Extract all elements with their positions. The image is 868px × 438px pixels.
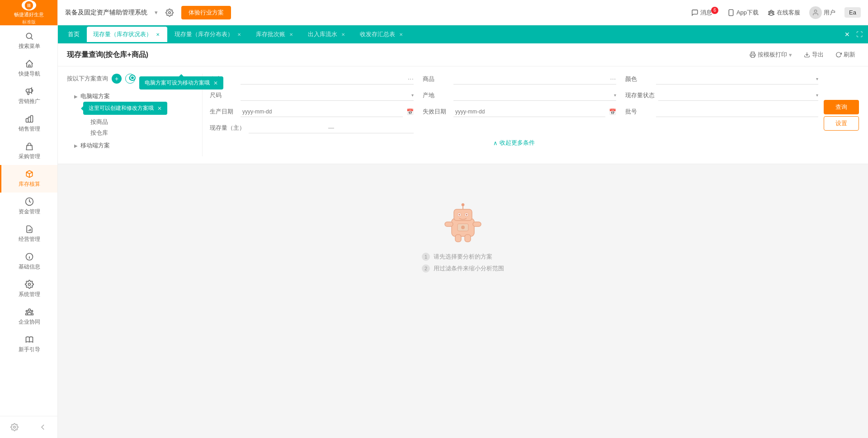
size-select-wrapper[interactable]: ▾: [241, 90, 414, 101]
prod-date-calendar-icon[interactable]: 📅: [406, 108, 414, 115]
export-btn[interactable]: 导出: [800, 49, 827, 61]
print-dropdown-arrow: ▾: [789, 52, 792, 58]
svg-point-4: [14, 426, 16, 429]
app-download-label: App下载: [736, 9, 759, 17]
online-service-btn[interactable]: 在线客服: [768, 9, 800, 17]
sidebar-item-purchase[interactable]: 采购管理: [0, 137, 57, 165]
sidebar-item-guide[interactable]: 新手引导: [0, 330, 57, 358]
sidebar-item-operations[interactable]: 经营管理: [0, 220, 57, 248]
tab-batch-account[interactable]: 库存批次账 ✕: [250, 27, 301, 42]
batch-input[interactable]: [656, 106, 819, 117]
product-input[interactable]: [453, 74, 610, 84]
size-dropdown-arrow[interactable]: ▾: [411, 93, 414, 98]
stock-status-input[interactable]: [658, 90, 816, 100]
print-template-btn[interactable]: 按模板打印 ▾: [746, 49, 796, 61]
tab-inventory-dist[interactable]: 现存量（库存分布表） ✕: [168, 27, 249, 42]
filter-row-stock-qty: 现存量（主） —: [210, 122, 414, 133]
close-all-tabs-btn[interactable]: ✕: [843, 29, 852, 40]
sidebar-item-system[interactable]: 系统管理: [0, 275, 57, 303]
origin-select-wrapper[interactable]: ▾: [453, 90, 616, 101]
scheme-item-warehouse[interactable]: 按仓库: [74, 127, 195, 138]
color-select-wrapper[interactable]: ▾: [656, 74, 819, 85]
sidebar-item-label: 库存核算: [19, 180, 40, 188]
trial-button[interactable]: 体验行业方案: [181, 6, 231, 19]
tab-close-batch-account[interactable]: ✕: [288, 31, 294, 38]
user-menu-btn[interactable]: 用户: [809, 6, 835, 19]
svg-rect-12: [454, 209, 472, 221]
scheme-item-product[interactable]: 按商品: [74, 117, 195, 127]
scheme-group-desktop-header[interactable]: ▶ 电脑端方案: [74, 91, 195, 102]
stock-qty-min-input[interactable]: [249, 122, 326, 133]
sidebar-item-basic-info[interactable]: 基础信息: [0, 248, 57, 275]
color-input[interactable]: [656, 74, 816, 84]
dot-indicator-scheme: [130, 75, 135, 80]
origin-label: 产地: [423, 91, 450, 99]
create-scheme-tooltip-area: 这里可以创建和修改方案哦 ✕: [74, 102, 195, 117]
filter-left-panel: 按以下方案查询 + ↻ ← 电脑方案可设为移动方案哦 ✕: [67, 74, 203, 156]
empty-state: 1 请先选择要分析的方案 2 用过滤条件来缩小分析范围: [58, 164, 868, 309]
app-download-btn[interactable]: App下载: [727, 9, 759, 17]
scheme-group-desktop: ▶ 电脑端方案 这里可以创建和修改方案哦 ✕ 按商品: [74, 91, 195, 138]
collapse-sidebar-btn[interactable]: [37, 421, 49, 433]
refresh-btn-label: 刷新: [844, 51, 855, 59]
sidebar-item-label: 采购管理: [19, 153, 40, 160]
tab-collect-send[interactable]: 收发存汇总表 ✕: [354, 27, 410, 42]
filter-schemes: ▶ 电脑端方案 这里可以创建和修改方案哦 ✕ 按商品: [67, 89, 195, 156]
sidebar-item-sales[interactable]: 销售管理: [0, 110, 57, 137]
tooltip-scheme-popup: 电脑方案可设为移动方案哦 ✕: [139, 76, 223, 89]
scheme-group-mobile-arrow: ▶: [74, 143, 78, 148]
refresh-btn[interactable]: 刷新: [832, 49, 859, 61]
origin-dropdown-arrow[interactable]: ▾: [614, 93, 616, 98]
size-input[interactable]: [241, 90, 411, 100]
sidebar-item-quick-nav[interactable]: 快捷导航: [0, 55, 57, 82]
system-settings-btn[interactable]: [163, 6, 176, 19]
tab-close-inventory-dist[interactable]: ✕: [236, 31, 242, 38]
step-2-text: 用过滤条件来缩小分析范围: [434, 264, 504, 273]
sidebar-item-label: 快捷导航: [19, 70, 40, 78]
svg-rect-6: [729, 9, 733, 15]
sidebar-item-marketing[interactable]: 营销推广: [0, 82, 57, 110]
filter-row-prod-date: 生产日期 📅: [210, 106, 414, 117]
collapse-filter-btn[interactable]: ∧ 收起更多条件: [210, 139, 818, 147]
tooltip-scheme-close[interactable]: ✕: [213, 80, 218, 86]
prod-date-input[interactable]: [241, 107, 403, 117]
exp-date-input[interactable]: [453, 107, 605, 117]
tab-label: 出入库流水: [308, 30, 337, 38]
filter-fields-grid: 仓库 ··· 商品 ···: [210, 74, 818, 133]
stock-qty-max-input[interactable]: [336, 122, 414, 133]
settings-footer-btn[interactable]: [8, 421, 21, 433]
messages-btn[interactable]: 消息 6: [691, 9, 718, 17]
sidebar-item-inventory[interactable]: 库存核算: [0, 165, 57, 193]
search-btn[interactable]: 查询: [824, 100, 859, 114]
reset-btn[interactable]: 设置: [824, 116, 859, 131]
product-more-icon[interactable]: ···: [610, 75, 616, 83]
product-select-wrapper[interactable]: ···: [453, 74, 616, 85]
sidebar-item-label: 营销推广: [19, 98, 40, 105]
warehouse-input[interactable]: [241, 74, 408, 84]
expand-tabs-btn[interactable]: ⛶: [854, 29, 864, 40]
size-label: 尺码: [210, 91, 237, 99]
tab-close-inventory-status[interactable]: ✕: [155, 31, 161, 38]
tab-close-collect-send[interactable]: ✕: [398, 31, 404, 38]
empty-steps: 1 请先选择要分析的方案 2 用过滤条件来缩小分析范围: [422, 253, 504, 273]
tab-home-label: 首页: [68, 30, 80, 38]
sidebar-item-search-menu[interactable]: 搜索菜单: [0, 27, 57, 55]
sidebar-item-finance[interactable]: 资金管理: [0, 193, 57, 220]
warehouse-select-wrapper[interactable]: ···: [241, 74, 414, 85]
add-scheme-btn[interactable]: +: [112, 74, 122, 84]
tab-close-in-out-flow[interactable]: ✕: [340, 31, 346, 38]
exp-date-calendar-icon[interactable]: 📅: [609, 108, 616, 115]
scheme-group-mobile-header[interactable]: ▶ 移动端方案: [74, 140, 195, 151]
user-ea-btn[interactable]: Ea: [844, 7, 861, 18]
tab-home[interactable]: 首页: [61, 27, 86, 42]
product-label: 商品: [423, 75, 450, 83]
tooltip-create-close[interactable]: ✕: [157, 105, 162, 112]
scheme-group-mobile: ▶ 移动端方案: [74, 140, 195, 151]
origin-input[interactable]: [453, 90, 614, 100]
batch-label: 批号: [625, 108, 652, 116]
sidebar-item-enterprise[interactable]: 企业协同: [0, 303, 57, 330]
tab-in-out-flow[interactable]: 出入库流水 ✕: [302, 27, 353, 42]
stock-status-select-wrapper[interactable]: ▾: [658, 90, 819, 101]
warehouse-more-icon[interactable]: ···: [408, 75, 414, 83]
tab-inventory-status[interactable]: 现存量（库存状况表） ✕: [87, 27, 167, 42]
